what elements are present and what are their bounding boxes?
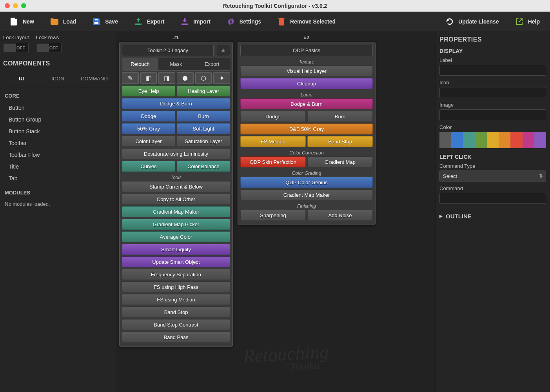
settings-button[interactable]: Settings bbox=[221, 15, 267, 29]
update-license-button[interactable]: Update License bbox=[439, 15, 505, 29]
image-input[interactable] bbox=[439, 109, 546, 120]
cmd-label: Command bbox=[439, 185, 546, 191]
lock-rows-toggle[interactable]: OFF bbox=[36, 43, 62, 53]
action-dodge[interactable]: Dodge bbox=[122, 111, 175, 122]
outline-heading[interactable]: ▸ OUTLINE bbox=[439, 212, 546, 220]
core-item-button-group[interactable]: Button Group bbox=[3, 114, 113, 125]
color-swatch[interactable] bbox=[475, 132, 487, 148]
color-swatch[interactable] bbox=[451, 132, 463, 148]
save-button[interactable]: Save bbox=[86, 15, 124, 29]
eraser-icon[interactable]: ◧ bbox=[140, 72, 157, 84]
color-swatch[interactable] bbox=[499, 132, 510, 148]
action-gradient-map-picker[interactable]: Gradient Map Picker bbox=[122, 219, 230, 230]
color-swatch[interactable] bbox=[534, 132, 546, 148]
action-visual-help-layer[interactable]: Visual Help Layer bbox=[240, 65, 373, 76]
action-soft-light[interactable]: Soft Light bbox=[177, 123, 230, 134]
action-healing-layer[interactable]: Healing Layer bbox=[177, 85, 230, 96]
action-frequency-separation[interactable]: Frequency Separation bbox=[122, 269, 230, 280]
action-desaturate-using-luminosity[interactable]: Desaturate using Luminosity bbox=[122, 148, 230, 159]
stamp2-icon[interactable]: ⬡ bbox=[195, 72, 212, 84]
action-gradient-map-maker[interactable]: Gradient Map Maker bbox=[240, 189, 373, 200]
help-button[interactable]: Help bbox=[509, 15, 546, 29]
color-swatch[interactable] bbox=[487, 132, 499, 148]
panel-title[interactable]: QDP Basics bbox=[240, 45, 373, 56]
gear-icon bbox=[227, 18, 235, 25]
action-smart-liquify[interactable]: Smart Liquify bbox=[122, 244, 230, 255]
action-add-noise[interactable]: Add Noise bbox=[307, 210, 373, 221]
panel-tab-mask[interactable]: Mask bbox=[158, 58, 194, 71]
color-swatch[interactable] bbox=[510, 132, 522, 148]
icon-input[interactable] bbox=[439, 87, 546, 98]
panel-tab-export[interactable]: Export bbox=[194, 58, 230, 71]
action-fs-using-median[interactable]: FS using Median bbox=[122, 294, 230, 305]
action-color-layer[interactable]: Color Layer bbox=[122, 136, 175, 147]
action-saturation-layer[interactable]: Saturation Layer bbox=[177, 136, 230, 147]
star-icon[interactable]: ★ bbox=[216, 45, 230, 56]
spray-icon[interactable]: ✦ bbox=[213, 72, 230, 84]
save-label: Save bbox=[105, 18, 118, 25]
action-d-b-50-gray[interactable]: D&B 50% Gray bbox=[240, 123, 373, 134]
remove-selected-button[interactable]: Remove Selected bbox=[271, 15, 342, 29]
action-band-pass[interactable]: Band Pass bbox=[122, 332, 230, 343]
panel-title[interactable]: Toolkit 2.0 Legacy bbox=[122, 45, 214, 56]
core-item-button-stack[interactable]: Button Stack bbox=[3, 125, 113, 137]
action-burn[interactable]: Burn bbox=[307, 111, 373, 122]
action-fs-using-high-pass[interactable]: FS using High Pass bbox=[122, 281, 230, 292]
tab-ui[interactable]: UI bbox=[3, 70, 40, 87]
left-panel: Lock layout OFF Lock rows OFF COMPONENTS… bbox=[0, 31, 116, 392]
panel-tab-retouch[interactable]: Retouch bbox=[122, 58, 158, 71]
action-qdp-skin-perfection[interactable]: QDP Skin Perfection bbox=[240, 156, 306, 167]
load-button[interactable]: Load bbox=[44, 15, 82, 29]
icon-field-label: Icon bbox=[439, 80, 546, 85]
command-input[interactable] bbox=[439, 193, 546, 204]
action-update-smart-object[interactable]: Update Smart Object bbox=[122, 256, 230, 267]
action-gradient-map[interactable]: Gradient Map bbox=[307, 156, 373, 167]
tab-icon[interactable]: ICON bbox=[40, 70, 76, 87]
new-button[interactable]: New bbox=[4, 15, 40, 29]
action-dodge-burn[interactable]: Dodge & Burn bbox=[240, 98, 373, 109]
import-button[interactable]: Import bbox=[174, 15, 217, 29]
diag-icon[interactable]: ◨ bbox=[158, 72, 175, 84]
core-item-title[interactable]: Title bbox=[3, 161, 113, 172]
action-qdp-color-genius[interactable]: QDP Color Genius bbox=[240, 177, 373, 188]
color-swatch[interactable] bbox=[523, 132, 534, 148]
action-dodge[interactable]: Dodge bbox=[240, 111, 306, 122]
core-item-toolbar-flow[interactable]: Toolbar Flow bbox=[3, 149, 113, 161]
color-swatch[interactable] bbox=[439, 132, 451, 148]
panel-2[interactable]: QDP BasicsTextureVisual Help LayerCleanu… bbox=[238, 42, 376, 225]
minimize-window-button[interactable] bbox=[13, 3, 18, 8]
action-curves[interactable]: Curves bbox=[122, 161, 175, 172]
action-fs-median[interactable]: FS Median bbox=[240, 136, 306, 147]
svg-rect-2 bbox=[135, 24, 142, 25]
brush-icon[interactable]: ✎ bbox=[122, 72, 139, 84]
panel-1[interactable]: Toolkit 2.0 Legacy★RetouchMaskExport✎◧◨⬢… bbox=[119, 42, 233, 347]
lock-layout-toggle[interactable]: OFF bbox=[3, 43, 29, 53]
color-swatch[interactable] bbox=[463, 132, 475, 148]
action-dodge-burn[interactable]: Dodge & Burn bbox=[122, 98, 230, 109]
action-sharpening[interactable]: Sharpening bbox=[240, 210, 306, 221]
action-burn[interactable]: Burn bbox=[177, 111, 230, 122]
action-stamp-current-below[interactable]: Stamp Current & Below bbox=[122, 181, 230, 192]
action-color-balance[interactable]: Color Balance bbox=[177, 161, 230, 172]
action-band-stop[interactable]: Band Stop bbox=[122, 307, 230, 318]
tab-command[interactable]: COMMAND bbox=[76, 70, 113, 87]
label-input[interactable] bbox=[439, 65, 546, 76]
action-cleanup[interactable]: Cleanup bbox=[240, 78, 373, 89]
action-band-stop-contrast[interactable]: Band Stop Contrast bbox=[122, 319, 230, 330]
action-band-stop[interactable]: Band Stop bbox=[307, 136, 373, 147]
action-gradient-map-maker[interactable]: Gradient Map Maker bbox=[122, 206, 230, 217]
action-eye-help[interactable]: Eye Help bbox=[122, 85, 175, 96]
action-average-color[interactable]: Average Color bbox=[122, 231, 230, 242]
close-window-button[interactable] bbox=[5, 3, 10, 8]
canvas[interactable]: #1 Toolkit 2.0 Legacy★RetouchMaskExport✎… bbox=[116, 31, 435, 392]
core-item-button[interactable]: Button bbox=[3, 102, 113, 114]
core-item-toolbar[interactable]: Toolbar bbox=[3, 137, 113, 149]
action-50-gray[interactable]: 50% Gray bbox=[122, 123, 175, 134]
core-item-tab[interactable]: Tab bbox=[3, 172, 113, 184]
action-copy-to-all-other[interactable]: Copy to All Other bbox=[122, 194, 230, 205]
command-type-select[interactable]: Select bbox=[439, 171, 546, 181]
panel1-num: #1 bbox=[119, 34, 233, 40]
export-button[interactable]: Export bbox=[128, 15, 171, 29]
maximize-window-button[interactable] bbox=[21, 3, 26, 8]
stamp1-icon[interactable]: ⬢ bbox=[177, 72, 194, 84]
